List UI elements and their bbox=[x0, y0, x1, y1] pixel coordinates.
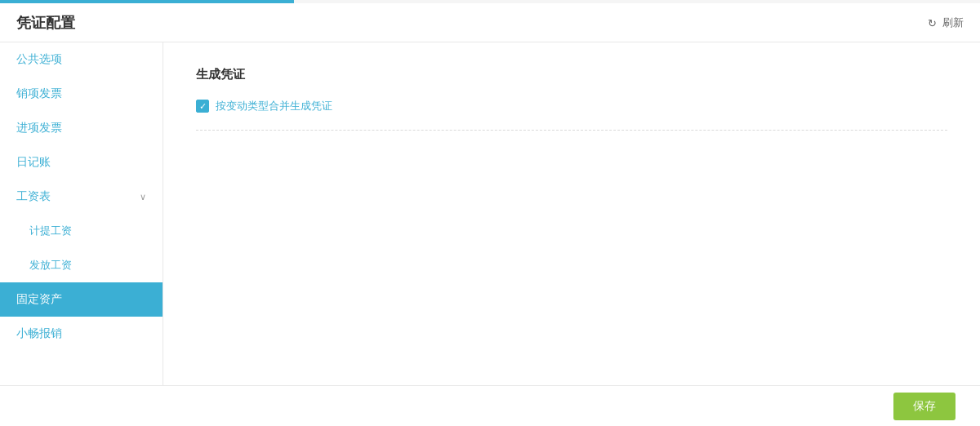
checkmark-icon: ✓ bbox=[199, 102, 207, 111]
sidebar-item-label: 日记账 bbox=[16, 155, 51, 170]
sidebar-item-label: 工资表 bbox=[16, 189, 51, 204]
sidebar-item-label: 发放工资 bbox=[29, 258, 72, 273]
sidebar-item-label: 公共选项 bbox=[16, 52, 62, 67]
sidebar: 公共选项销项发票进项发票日记账工资表∨计提工资发放工资固定资产小畅报销 bbox=[0, 42, 163, 385]
section-divider bbox=[196, 130, 947, 131]
sidebar-item-purchase-invoice[interactable]: 进项发票 bbox=[0, 111, 163, 145]
sidebar-item-label: 进项发票 bbox=[16, 121, 62, 135]
sidebar-item-label: 销项发票 bbox=[16, 87, 62, 101]
merge-by-type-label[interactable]: 按变动类型合并生成凭证 bbox=[216, 99, 332, 113]
refresh-label: 刷新 bbox=[942, 16, 964, 30]
page-title: 凭证配置 bbox=[16, 13, 75, 33]
merge-by-type-row: ✓ 按变动类型合并生成凭证 bbox=[196, 99, 947, 113]
merge-by-type-checkbox[interactable]: ✓ bbox=[196, 100, 209, 113]
section-title: 生成凭证 bbox=[196, 67, 947, 82]
sidebar-item-label: 计提工资 bbox=[29, 224, 72, 238]
content-area: 生成凭证 ✓ 按变动类型合并生成凭证 bbox=[163, 42, 980, 385]
sidebar-item-expense-reimbursement[interactable]: 小畅报销 bbox=[0, 317, 163, 351]
save-button[interactable]: 保存 bbox=[893, 393, 956, 420]
main-layout: 公共选项销项发票进项发票日记账工资表∨计提工资发放工资固定资产小畅报销 生成凭证… bbox=[0, 42, 980, 385]
sidebar-item-payroll-table[interactable]: 工资表∨ bbox=[0, 180, 163, 214]
sidebar-item-sales-invoice[interactable]: 销项发票 bbox=[0, 77, 163, 111]
page-footer: 保存 bbox=[0, 385, 980, 426]
sidebar-item-salary-payment[interactable]: 发放工资 bbox=[0, 248, 163, 282]
sidebar-item-salary-accrual[interactable]: 计提工资 bbox=[0, 214, 163, 248]
sidebar-item-fixed-assets[interactable]: 固定资产 bbox=[0, 282, 163, 317]
refresh-button[interactable]: ↻ 刷新 bbox=[928, 16, 964, 30]
chevron-down-icon: ∨ bbox=[140, 192, 146, 202]
sidebar-item-public-options[interactable]: 公共选项 bbox=[0, 42, 163, 77]
refresh-icon: ↻ bbox=[928, 17, 939, 29]
sidebar-item-label: 小畅报销 bbox=[16, 326, 62, 341]
sidebar-item-label: 固定资产 bbox=[16, 292, 62, 307]
sidebar-item-journal[interactable]: 日记账 bbox=[0, 145, 163, 180]
page-header: 凭证配置 ↻ 刷新 bbox=[0, 3, 980, 42]
